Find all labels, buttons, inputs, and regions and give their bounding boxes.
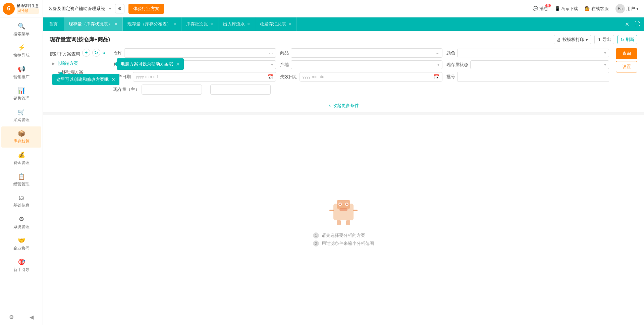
sidebar-item-label: 企业协同: [13, 246, 30, 251]
app-download-btn[interactable]: 📱 App下载: [555, 6, 578, 12]
collapse-label: 收起更多条件: [333, 103, 359, 109]
tab-inventory-status-close[interactable]: ✕: [114, 22, 118, 26]
tab-summary-close[interactable]: ✕: [288, 22, 291, 26]
sidebar-item-marketing[interactable]: 📢 营销推广: [1, 62, 41, 83]
support-icon: 💁: [585, 6, 590, 11]
print-arrow: ▾: [586, 37, 588, 42]
production-date-input[interactable]: yyyy-mm-dd 📅: [133, 72, 276, 82]
tab-flow[interactable]: 出入库流水 ✕: [218, 17, 255, 31]
expiry-date-placeholder: yyyy-mm-dd: [303, 74, 324, 79]
collapse-button[interactable]: ∧ 收起更多条件: [328, 103, 359, 109]
svg-rect-9: [337, 220, 341, 225]
scheme-tree-pc[interactable]: ▶ 电脑端方案: [50, 59, 110, 68]
notification-btn[interactable]: 💬 消息 6: [533, 6, 548, 12]
sidebar-settings-btn[interactable]: ⚙: [8, 313, 15, 322]
tab-batch-account[interactable]: 库存批次账 ✕: [181, 17, 218, 31]
production-date-placeholder: yyyy-mm-dd: [136, 74, 158, 79]
warehouse-input[interactable]: ···: [124, 48, 276, 58]
form-row-1: 仓库 ··· 商品 ···: [113, 48, 609, 58]
sidebar-item-operations[interactable]: 📋 经营管理: [1, 169, 41, 191]
stock-main-max-input[interactable]: [210, 85, 271, 95]
sidebar-item-basic[interactable]: 🗂 基础信息: [1, 191, 41, 212]
stock-status-select[interactable]: ▾: [470, 60, 609, 69]
product-field: 商品 ···: [280, 48, 443, 58]
svg-rect-10: [346, 220, 350, 225]
experience-button[interactable]: 体验行业方案: [128, 4, 164, 14]
print-icon: 🖨: [557, 37, 561, 42]
tab-inventory-distribution-close[interactable]: ✕: [173, 22, 176, 26]
search-set-buttons: 查询 设置: [616, 48, 637, 72]
tab-summary-label: 收发存汇总表: [260, 21, 286, 27]
sidebar-item-inventory[interactable]: 📦 库存核算: [1, 126, 41, 148]
origin-select[interactable]: ▾: [291, 60, 443, 69]
user-area[interactable]: Ea 用户 ▾: [615, 4, 639, 13]
color-label: 颜色: [446, 50, 455, 56]
tip-text-2: 用过滤条件来缩小分析范围: [322, 240, 374, 247]
tab-home-label: 首页: [49, 21, 58, 27]
filter-label-row: 按以下方案查询 + ↻ «: [50, 48, 110, 57]
sales-icon: 📊: [18, 87, 25, 94]
sidebar-item-label: 新手引导: [13, 267, 30, 273]
sidebar-item-label: 快捷导航: [13, 53, 30, 58]
tooltip-text: 电脑方案可设为移动方案哦: [121, 61, 173, 67]
tab-flow-close[interactable]: ✕: [247, 22, 250, 26]
sidebar-item-guide[interactable]: 🎯 新手引导: [1, 255, 41, 276]
sidebar-item-label: 资金管理: [13, 160, 30, 166]
print-label: 按模板打印: [562, 37, 584, 43]
origin-label: 产地: [280, 62, 289, 68]
expiry-date-input[interactable]: yyyy-mm-dd 📅: [300, 72, 443, 82]
color-dropdown-icon: ▾: [604, 51, 606, 55]
export-button[interactable]: ⬆ 导出: [594, 35, 614, 44]
sidebar: 6 畅通诸好生意 标准版 🔍 搜索菜单 ⚡ 快捷导航 📢 营销推广 📊 销售管理…: [0, 0, 43, 325]
refresh-button[interactable]: ↻ 刷新: [618, 35, 637, 44]
stock-main-min-input[interactable]: [142, 85, 202, 95]
tab-summary[interactable]: 收发存汇总表 ✕: [255, 17, 297, 31]
expiry-date-label: 失效日期: [280, 74, 298, 80]
search-button[interactable]: 查询: [616, 48, 637, 59]
tab-bar: 首页 现存量（库存状况表） ✕ 现存量（库存分布表） ✕ 库存批次账 ✕ 出入库…: [43, 17, 644, 31]
empty-tip-1: 1 请先选择要分析的方案: [313, 232, 374, 238]
batch-input[interactable]: [457, 72, 609, 82]
production-date-icon: 📅: [267, 74, 273, 79]
avatar: Ea: [615, 4, 625, 13]
filter-back-btn[interactable]: «: [102, 50, 105, 56]
sidebar-item-search[interactable]: 🔍 搜索菜单: [1, 19, 41, 40]
tab-inventory-status-label: 现存量（库存状况表）: [69, 21, 112, 27]
export-label: 导出: [602, 37, 611, 43]
gear-button[interactable]: ⚙: [115, 4, 124, 13]
logo-area: 6 畅通诸好生意 标准版: [0, 0, 43, 17]
filter-add-btn[interactable]: +: [82, 49, 90, 57]
tab-batch-account-close[interactable]: ✕: [210, 22, 213, 26]
tip-num-2: 2: [313, 240, 319, 247]
sidebar-item-quick-nav[interactable]: ⚡ 快捷导航: [1, 41, 41, 62]
brand-tag: 标准版: [17, 8, 39, 14]
tab-maximize-icon[interactable]: ⛶: [633, 20, 641, 29]
warehouse-dots: ···: [269, 50, 273, 56]
sidebar-item-cooperation[interactable]: 🤝 企业协同: [1, 233, 41, 255]
set-button[interactable]: 设置: [616, 61, 637, 72]
sidebar-item-finance[interactable]: 💰 资金管理: [1, 148, 41, 169]
tab-inventory-distribution[interactable]: 现存量（库存分布表） ✕: [123, 17, 181, 31]
title-actions: 🖨 按模板打印 ▾ ⬆ 导出 ↻ 刷新: [554, 35, 637, 44]
tab-inventory-status[interactable]: 现存量（库存状况表） ✕: [64, 17, 123, 31]
sidebar-item-purchase[interactable]: 🛒 采购管理: [1, 105, 41, 126]
tab-close-all-icon[interactable]: ✕: [624, 20, 631, 29]
online-support-btn[interactable]: 💁 在线客服: [585, 6, 609, 12]
sidebar-item-sales[interactable]: 📊 销售管理: [1, 84, 41, 105]
origin-field: 产地 ▾: [280, 60, 443, 69]
filter-refresh-btn[interactable]: ↻: [92, 49, 100, 57]
form-row-3: 生产日期 yyyy-mm-dd 📅 失效日期 yyyy-mm-dd 📅: [113, 72, 609, 82]
tooltip-close[interactable]: ✕: [176, 61, 180, 67]
color-select[interactable]: ▾: [457, 49, 609, 57]
collapse-icon: ∧: [328, 103, 331, 108]
sidebar-item-system[interactable]: ⚙ 系统管理: [1, 212, 41, 233]
tooltip2-close[interactable]: ✕: [111, 77, 115, 82]
tab-home[interactable]: 首页: [43, 17, 64, 31]
stock-status-dropdown-icon: ▾: [604, 62, 606, 67]
logo-icon: 6: [3, 3, 15, 15]
sidebar-menu: 🔍 搜索菜单 ⚡ 快捷导航 📢 营销推广 📊 销售管理 🛒 采购管理 📦 库存核…: [0, 17, 43, 309]
system-title: 装备及固定资产辅助管理系统: [48, 6, 105, 12]
sidebar-collapse-btn[interactable]: ◀: [28, 313, 35, 322]
print-button[interactable]: 🖨 按模板打印 ▾: [554, 35, 591, 44]
product-input[interactable]: ···: [291, 48, 443, 58]
